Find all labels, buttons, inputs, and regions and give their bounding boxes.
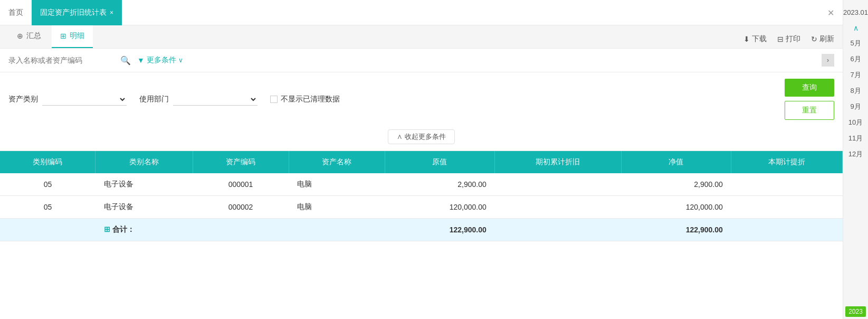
sidebar-month-item[interactable]: 5月 [848,35,863,51]
cell-asset-name: 电脑 [289,173,385,196]
tab-detail-label: 明细 [70,31,84,41]
col-current-depreciation: 本期计提折 [731,151,843,173]
cell-asset-code: 000002 [193,196,289,219]
refresh-label: 刷新 [819,34,834,44]
col-category-code: 类别编码 [0,151,96,173]
refresh-icon: ↻ [811,35,817,43]
tab-summary-label: 汇总 [26,31,41,41]
table-header-row: 类别编码 类别名称 资产编码 资产名称 原值 期初累计折旧 净值 本期计提折 [0,151,843,173]
sidebar-month-item[interactable]: 12月 [848,146,863,162]
col-original-value: 原值 [385,151,495,173]
asset-type-label: 资产类别 [8,95,38,104]
total-original-value: 122,900.00 [385,219,495,241]
search-bar: 🔍 ▼ 更多条件 ∨ › [0,49,843,72]
detail-icon: ⊞ [60,32,66,40]
filter-buttons: 查询 重置 [785,79,834,120]
download-label: 下载 [752,34,767,44]
download-icon: ⬇ [743,35,750,43]
print-icon: ⊟ [777,35,784,43]
month-list: 5月6月7月8月9月10月11月12月 [848,35,863,162]
filter-area: 资产类别 使用部门 不显示已清理数据 查询 重置 ∧ 收起更多条件 [0,72,843,151]
top-nav: 首页 固定资产折旧统计表 × ✕ [0,0,843,25]
cell-category-name: 电子设备 [96,173,193,196]
collapse-bar: ∧ 收起更多条件 [8,125,834,146]
no-cleared-label: 不显示已清理数据 [281,95,340,104]
filter-icon: ▼ [137,56,145,64]
scroll-up-button[interactable]: ∧ [847,22,864,34]
tab-summary[interactable]: ⊕ 汇总 [8,25,50,48]
asset-type-select[interactable] [42,93,127,106]
toolbar-right: ⬇ 下载 ⊟ 打印 ↻ 刷新 [743,34,834,48]
expand-arrow-icon: ∨ [178,57,183,64]
cell-accumulated-depreciation [495,173,621,196]
cell-original-value: 2,900.00 [385,173,495,196]
sidebar-month-item[interactable]: 9月 [848,99,863,115]
department-select[interactable] [173,93,257,106]
cell-category-code: 05 [0,173,96,196]
cell-category-code: 05 [0,196,96,219]
col-asset-name: 资产名称 [289,151,385,173]
search-icon: 🔍 [120,55,131,65]
total-spacer3 [289,219,385,241]
department-filter: 使用部门 [139,93,257,106]
tab-left-group: ⊕ 汇总 ⊞ 明细 [8,25,93,48]
sidebar-month-item[interactable]: 6月 [848,51,863,67]
cell-original-value: 120,000.00 [385,196,495,219]
cell-net-value: 2,900.00 [621,173,731,196]
cell-accumulated-depreciation [495,196,621,219]
table-row[interactable]: 05 电子设备 000002 电脑 120,000.00 120,000.00 [0,196,843,219]
cell-current-depreciation [731,196,843,219]
total-spacer1 [0,219,96,241]
table-row[interactable]: 05 电子设备 000001 电脑 2,900.00 2,900.00 [0,173,843,196]
table-area: 类别编码 类别名称 资产编码 资产名称 原值 期初累计折旧 净值 本期计提折 0… [0,151,843,319]
year-badge: 2023 [845,306,866,317]
window-close-button[interactable]: ✕ [827,7,834,17]
total-current-depreciation [731,219,843,241]
cell-asset-name: 电脑 [289,196,385,219]
refresh-button[interactable]: ↻ 刷新 [811,34,834,44]
more-conditions-label: 更多条件 [147,55,176,65]
col-net-value: 净值 [621,151,731,173]
col-accumulated-depreciation: 期初累计折旧 [495,151,621,173]
tab-label: 固定资产折旧统计表 [40,8,107,17]
right-sidebar: 2023.01 ∧ 5月6月7月8月9月10月11月12月 2023 [843,0,868,319]
no-cleared-checkbox[interactable] [270,96,278,103]
col-category-name: 类别名称 [96,151,193,173]
search-input[interactable] [8,56,114,64]
cell-category-name: 电子设备 [96,196,193,219]
asset-type-filter: 资产类别 [8,93,127,106]
total-label: ⊞合计： [96,219,193,241]
active-tab[interactable]: 固定资产折旧统计表 × [32,0,122,25]
data-table: 类别编码 类别名称 资产编码 资产名称 原值 期初累计折旧 净值 本期计提折 0… [0,151,843,241]
more-conditions-button[interactable]: ▼ 更多条件 ∨ [137,55,183,65]
tab-row: ⊕ 汇总 ⊞ 明细 ⬇ 下载 ⊟ 打印 ↻ 刷新 [0,25,843,49]
sidebar-month-item[interactable]: 8月 [848,83,863,99]
cell-current-depreciation [731,173,843,196]
print-button[interactable]: ⊟ 打印 [777,34,800,44]
query-button[interactable]: 查询 [785,79,834,97]
collapse-button[interactable]: ∧ 收起更多条件 [388,129,455,144]
date-label: 2023.01 [841,4,868,21]
home-link[interactable]: 首页 [6,8,32,17]
tab-detail[interactable]: ⊞ 明细 [52,25,93,48]
sidebar-month-item[interactable]: 10月 [848,115,863,130]
no-cleared-filter[interactable]: 不显示已清理数据 [270,95,340,104]
tab-close-icon[interactable]: × [110,9,113,16]
nav-chevron-right-button[interactable]: › [822,54,834,67]
department-label: 使用部门 [139,95,169,104]
download-button[interactable]: ⬇ 下载 [743,34,767,44]
reset-button[interactable]: 重置 [785,101,834,120]
filter-row: 资产类别 使用部门 不显示已清理数据 查询 重置 [8,79,834,120]
print-label: 打印 [786,34,800,44]
summary-icon: ⊕ [17,32,23,40]
total-row: ⊞合计： 122,900.00 122,900.00 [0,219,843,241]
cell-net-value: 120,000.00 [621,196,731,219]
total-net-value: 122,900.00 [621,219,731,241]
cell-asset-code: 000001 [193,173,289,196]
total-accumulated [495,219,621,241]
total-spacer2 [193,219,289,241]
sidebar-month-item[interactable]: 7月 [848,67,863,83]
sidebar-month-item[interactable]: 11月 [848,130,863,146]
col-asset-code: 资产编码 [193,151,289,173]
